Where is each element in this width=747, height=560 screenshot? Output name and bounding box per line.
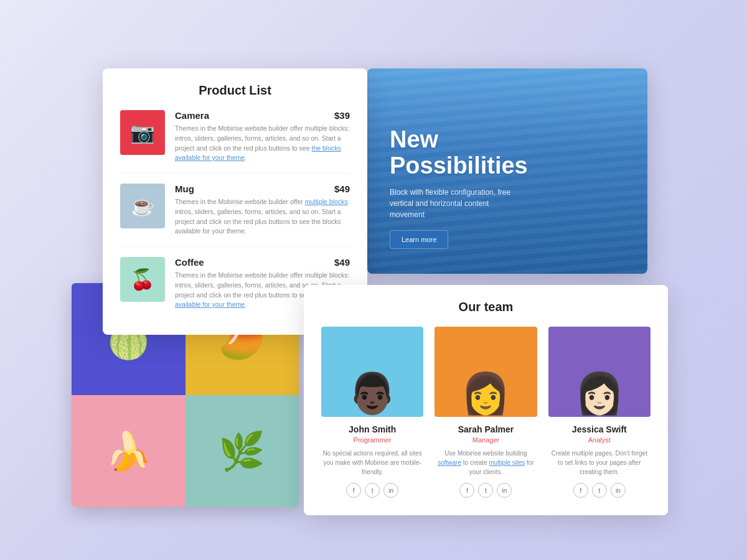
product-price-camera: $39 <box>334 110 350 121</box>
sarah-link[interactable]: software <box>438 459 461 466</box>
product-item-mug: Mug $49 Themes in the Mobirise website b… <box>120 184 350 247</box>
member-social-sarah: f t in <box>435 483 537 498</box>
grid-cell-leaf: 🌿 <box>186 395 299 507</box>
team-members-list: 👨🏿 John Smith Programmer No special acti… <box>321 327 651 498</box>
product-info-camera: Camera $39 Themes in the Mobirise websit… <box>175 110 350 163</box>
member-avatar-jessica: 👩🏻 <box>575 370 624 417</box>
member-role-jessica: Analyst <box>548 436 651 444</box>
member-avatar-sarah: 👩 <box>461 370 510 417</box>
product-header-mug: Mug $49 <box>175 184 350 194</box>
product-info-mug: Mug $49 Themes in the Mobirise website b… <box>175 184 350 236</box>
hero-subtitle: Block with flexible configuration, free … <box>390 187 514 220</box>
product-header-coffee: Coffee $49 <box>175 257 350 268</box>
member-social-john: f t in <box>321 483 423 498</box>
product-header-camera: Camera $39 <box>175 110 350 121</box>
member-desc-jessica: Create multiple pages. Don't forget to s… <box>548 449 651 477</box>
product-image-camera <box>120 110 165 155</box>
member-photo-jessica: 👩🏻 <box>548 327 651 417</box>
product-image-mug <box>120 184 165 228</box>
product-item-camera: Camera $39 Themes in the Mobirise websit… <box>120 110 350 174</box>
product-desc-mug: Themes in the Mobirise website builder o… <box>175 197 350 236</box>
sarah-twitter-icon[interactable]: t <box>478 483 493 498</box>
john-facebook-icon[interactable]: f <box>346 483 361 498</box>
hero-content: New Possibilities Block with flexible co… <box>390 127 528 249</box>
sarah-link2[interactable]: multiple sites <box>489 459 525 466</box>
hero-title-line1: New <box>390 126 438 152</box>
member-name-john: John Smith <box>321 424 423 434</box>
member-photo-sarah: 👩 <box>435 327 537 417</box>
member-role-john: Programmer <box>321 436 423 444</box>
product-price-mug: $49 <box>334 184 350 194</box>
product-desc-camera: Themes in the Mobirise website builder o… <box>175 124 350 163</box>
team-member-jessica: 👩🏻 Jessica Swift Analyst Create multiple… <box>548 327 651 498</box>
member-desc-sarah: Use Mobirise website building software t… <box>435 449 537 477</box>
sarah-facebook-icon[interactable]: f <box>459 483 474 498</box>
product-image-coffee <box>120 257 165 302</box>
john-twitter-icon[interactable]: t <box>365 483 380 498</box>
hero-title-line2: Possibilities <box>390 152 528 179</box>
member-social-jessica: f t in <box>548 483 651 498</box>
hero-learn-more-button[interactable]: Learn more <box>390 230 448 249</box>
member-name-sarah: Sarah Palmer <box>435 424 537 434</box>
member-role-sarah: Manager <box>435 436 537 444</box>
hero-title: New Possibilities <box>390 127 528 179</box>
john-instagram-icon[interactable]: in <box>383 483 398 498</box>
product-name-coffee: Coffee <box>175 257 204 268</box>
hero-background: New Possibilities Block with flexible co… <box>367 68 647 274</box>
team-member-john: 👨🏿 John Smith Programmer No special acti… <box>321 327 423 498</box>
product-link-mug[interactable]: multiple blocks <box>305 198 348 205</box>
sarah-instagram-icon[interactable]: in <box>497 483 512 498</box>
product-price-coffee: $49 <box>334 257 350 268</box>
product-name-camera: Camera <box>175 110 209 121</box>
jessica-instagram-icon[interactable]: in <box>611 483 626 498</box>
product-list-title: Product List <box>120 83 350 98</box>
team-card: Our team 👨🏿 John Smith Programmer No spe… <box>304 285 668 515</box>
leaf-icon: 🌿 <box>218 429 265 474</box>
jessica-twitter-icon[interactable]: t <box>592 483 607 498</box>
member-photo-john: 👨🏿 <box>321 327 423 417</box>
product-link-camera[interactable]: the blocks available for your theme <box>175 144 341 162</box>
product-name-mug: Mug <box>175 184 194 194</box>
jessica-facebook-icon[interactable]: f <box>573 483 588 498</box>
hero-card: New Possibilities Block with flexible co… <box>367 68 647 274</box>
team-member-sarah: 👩 Sarah Palmer Manager Use Mobirise webs… <box>435 327 537 498</box>
banana-icon: 🍌 <box>105 429 152 474</box>
team-title: Our team <box>321 300 651 314</box>
member-avatar-john: 👨🏿 <box>347 370 397 417</box>
grid-cell-banana: 🍌 <box>72 395 186 507</box>
member-desc-john: No special actions required, all sites y… <box>321 449 423 477</box>
member-name-jessica: Jessica Swift <box>548 424 651 434</box>
